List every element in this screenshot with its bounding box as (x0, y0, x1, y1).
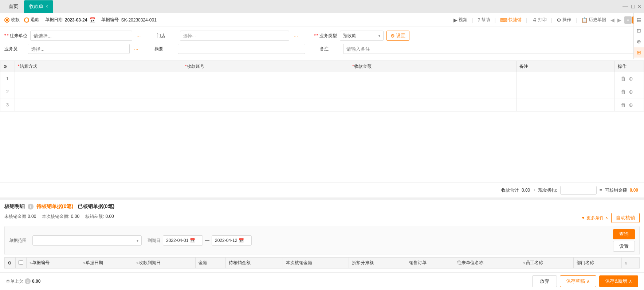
save-draft-dropdown-icon[interactable]: ∧ (586, 279, 590, 284)
date-value[interactable]: 2023-03-24 (65, 17, 87, 23)
query-actions: 查询 设置 (613, 229, 635, 252)
available-label: 可核销金额 (605, 187, 627, 193)
range-select[interactable]: ▾ (32, 235, 142, 246)
help-btn[interactable]: ? 帮助 (476, 16, 492, 24)
auto-writeoff-btn[interactable]: 自动核销 (611, 213, 640, 223)
bottom-col-bill-no: ⇅单据日期 (80, 258, 133, 269)
pending-tab[interactable]: 待核销单据(0笔) (36, 203, 73, 210)
salesperson-label: 业务员 (4, 46, 25, 52)
store-input[interactable]: 选择... (180, 31, 289, 41)
more-conditions-btn[interactable]: ▼ 更多条件 ∧ (581, 215, 608, 221)
abandon-btn[interactable]: 放弃 (532, 275, 557, 287)
cell-settlement-2[interactable] (15, 85, 182, 98)
radio-refund-circle (24, 17, 29, 23)
row-num-1: 1 (0, 72, 15, 85)
bottom-col-amount: 待核销金额 (226, 258, 283, 269)
discount-input[interactable] (560, 186, 597, 195)
writeoff-info-icon[interactable]: i (28, 204, 34, 209)
right-tool-1-btn[interactable]: ▤ (634, 15, 644, 25)
print-btn[interactable]: 🖨 打印 (530, 16, 548, 24)
writeoff-table: ⚙ ⇅单据编号 ⇅单据日期 ⇅收款到期日 金额 待核销金额 本次核销金额 折扣分… (4, 257, 640, 269)
tab-current[interactable]: 收款单 × (24, 0, 53, 13)
date-from-input[interactable]: 2022-04-01 📅 (163, 235, 203, 246)
right-tool-4-btn[interactable]: ⊞ (634, 47, 644, 58)
delete-row-3-icon[interactable]: 🗑 (621, 102, 626, 108)
cell-remark-1[interactable] (516, 72, 614, 85)
right-tool-2-btn[interactable]: ⊡ (634, 26, 644, 36)
right-tool-3-btn[interactable]: ⊕ (634, 36, 644, 47)
remark-input[interactable] (343, 44, 640, 54)
biz-type-select[interactable]: 预收款 ▾ (340, 31, 384, 41)
video-btn[interactable]: ▶ 视频 (452, 16, 469, 24)
bottom-col-checkbox[interactable] (16, 258, 27, 269)
cell-action-3: 🗑 ⊕ (615, 98, 644, 111)
select-all-checkbox[interactable] (19, 260, 23, 265)
sep1: | (472, 17, 473, 23)
window-maximize-btn[interactable]: □ (631, 3, 635, 10)
calendar-icon[interactable]: 📅 (89, 17, 95, 23)
remark-label: 备注 (320, 46, 340, 52)
cell-account-1[interactable] (182, 72, 349, 85)
bottom-col-gear[interactable]: ⚙ (5, 258, 16, 269)
window-minimize-btn[interactable]: — (623, 3, 628, 10)
bill-no-field: 单据编号 SK-20230324-001 (101, 17, 156, 23)
footer-info-icon[interactable]: ⊙ (25, 278, 31, 284)
history-label: 历史单据 (589, 17, 606, 23)
row-num-2: 2 (0, 85, 15, 98)
store-more-btn[interactable]: ··· (292, 33, 299, 39)
tab-close-icon[interactable]: × (46, 4, 48, 9)
bottom-col-pending: 本次核销金额 (283, 258, 349, 269)
cell-remark-3[interactable] (516, 98, 614, 111)
view-list-icon[interactable]: ≡ (624, 16, 632, 24)
history-btn[interactable]: 📋 历史单据 (580, 16, 608, 24)
partner-label: * 往来单位 (4, 33, 27, 39)
query-btn[interactable]: 查询 (613, 229, 635, 239)
col-account: *收款账号 (182, 61, 349, 72)
cell-settlement-3[interactable] (15, 98, 182, 111)
partner-input[interactable] (30, 31, 132, 41)
form-settings-btn[interactable]: ⚙ 设置 (386, 31, 409, 41)
operate-btn[interactable]: ⚙ 操作 (555, 16, 573, 24)
cell-action-1: 🗑 ⊕ (615, 72, 644, 85)
sep4: | (551, 17, 553, 23)
cell-account-2[interactable] (182, 85, 349, 98)
radio-refund[interactable]: 退款 (24, 17, 39, 23)
copy-row-2-icon[interactable]: ⊕ (629, 89, 633, 95)
tab-bar: 首页 收款单 × — □ × (0, 0, 644, 13)
cell-amount-3[interactable] (349, 98, 516, 111)
cell-account-3[interactable] (182, 98, 349, 111)
table-settings-header[interactable]: ⚙ (0, 61, 15, 72)
nav-next-icon[interactable]: ▶ (617, 17, 621, 23)
bottom-col-current: 折扣分摊额 (349, 258, 406, 269)
radio-receipt[interactable]: 收款 (4, 17, 20, 23)
print-label: 打印 (538, 17, 547, 23)
cell-remark-2[interactable] (516, 85, 614, 98)
save-new-btn[interactable]: 保存&新增 ∧ (599, 275, 638, 287)
salesperson-more-btn[interactable]: ··· (133, 46, 140, 52)
copy-row-1-icon[interactable]: ⊕ (629, 76, 633, 82)
cell-amount-1[interactable] (349, 72, 516, 85)
done-tab[interactable]: 已核销单据(0笔) (78, 203, 114, 210)
copy-row-3-icon[interactable]: ⊕ (629, 102, 633, 108)
delete-row-1-icon[interactable]: 🗑 (621, 76, 626, 82)
partner-more-btn[interactable]: ··· (135, 33, 142, 39)
save-new-dropdown-icon[interactable]: ∧ (629, 279, 632, 284)
filter-settings-btn[interactable]: 设置 (613, 241, 635, 252)
cell-settlement-1[interactable] (15, 72, 182, 85)
bottom-col-bill-type: ⇅单据编号 (27, 258, 80, 269)
save-draft-btn[interactable]: 保存草稿 ∧ (560, 275, 596, 287)
salesperson-input[interactable] (28, 44, 130, 54)
diff-label: 核销差额: (85, 213, 104, 220)
settings-gear-icon: ⚙ (390, 33, 395, 39)
date-to-input[interactable]: 2022-04-12 📅 (212, 235, 252, 246)
summary-input[interactable] (178, 44, 305, 54)
tab-home[interactable]: 首页 (3, 0, 24, 13)
bottom-col-dept: ⇅ (622, 258, 640, 269)
nav-prev-icon[interactable]: ◀ (610, 17, 614, 23)
shortcut-btn[interactable]: ⌨ 快捷键 (499, 16, 523, 24)
delete-row-2-icon[interactable]: 🗑 (621, 89, 626, 95)
row-num-3: 3 (0, 98, 15, 111)
tab-current-label: 收款单 (29, 3, 43, 10)
cell-amount-2[interactable] (349, 85, 516, 98)
window-close-btn[interactable]: × (638, 3, 641, 10)
